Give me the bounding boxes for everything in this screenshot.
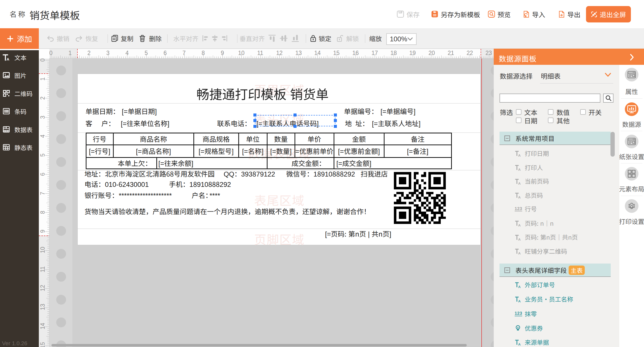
svg-text:A: A <box>7 57 9 61</box>
svg-text:A: A <box>518 238 521 241</box>
svg-text:A: A <box>518 182 521 185</box>
svg-text:A: A <box>518 195 521 199</box>
svg-text:A: A <box>518 342 521 346</box>
svg-text:A: A <box>518 251 521 255</box>
svg-text:A: A <box>518 154 521 157</box>
svg-text:A: A <box>518 299 521 303</box>
svg-text:A: A <box>518 168 521 171</box>
svg-text:A: A <box>518 223 521 227</box>
svg-text:A: A <box>518 285 521 288</box>
